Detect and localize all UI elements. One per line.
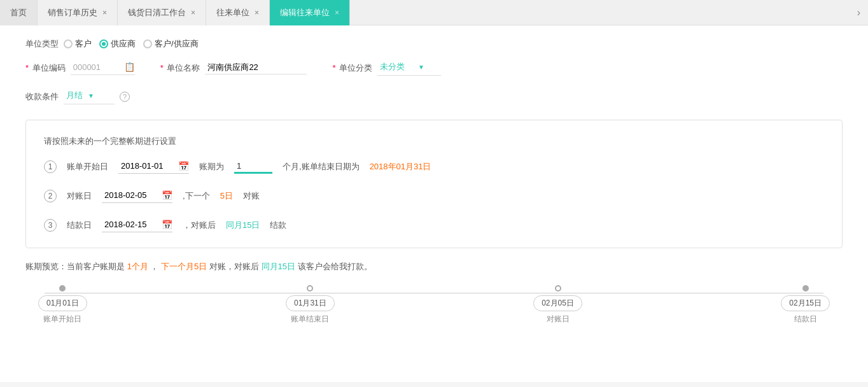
tl-dot-end xyxy=(802,285,809,292)
unit-info-row: * 单位编码 📋 * 单位名称 * 单位分类 未分类 ▼ xyxy=(25,60,843,76)
radio-circle-customer xyxy=(64,39,73,48)
period-row-2: 2 对账日 📅 ,下一个 5日 对账 xyxy=(44,189,824,203)
unit-code-label: * 单位编码 xyxy=(25,62,66,74)
period-date-3-input[interactable] xyxy=(102,218,159,230)
tab-edit-partner[interactable]: 编辑往来单位 × xyxy=(270,0,350,25)
period-label-1: 账单开始日 xyxy=(67,161,108,172)
payment-condition-select[interactable]: 月结 ▼ xyxy=(64,88,115,104)
tabs-bar: 首页 销售订单历史 × 钱货日清工作台 × 往来单位 × 编辑往来单位 × › xyxy=(0,0,868,25)
period-num-3: 3 xyxy=(44,219,57,232)
tl-desc-1: 账单开始日 xyxy=(43,314,81,325)
unit-type-field: 单位类型 客户 供应商 客户/供应商 xyxy=(25,38,199,50)
tab-home[interactable]: 首页 xyxy=(0,0,38,25)
tab-sales-history[interactable]: 销售订单历史 × xyxy=(38,0,118,25)
calendar-icon-2[interactable]: 📅 xyxy=(162,190,172,201)
payment-help-icon[interactable]: ? xyxy=(120,92,130,102)
period-row-1: 1 账单开始日 📅 账期为 个月,账单结束日期为 2018年01月31日 xyxy=(44,160,824,174)
tl-desc-3: 对账日 xyxy=(547,314,570,325)
period-date-1-wrapper: 📅 xyxy=(118,160,189,174)
required-star-code: * xyxy=(25,63,29,73)
preview-p2: 下一个月5日 xyxy=(161,262,207,271)
preview-text: 账期预览：当前客户账期是 1个月 ， 下一个月5日 对账，对账后 同月15日 该… xyxy=(25,261,843,272)
radio-circle-both xyxy=(143,39,152,48)
tab-partner-units[interactable]: 往来单位 × xyxy=(206,0,270,25)
tl-label-2: 01月31日 xyxy=(286,295,335,311)
tl-label-1: 01月01日 xyxy=(38,295,87,311)
unit-category-field: * 单位分类 未分类 ▼ xyxy=(332,60,441,76)
period-label-2: 对账日 xyxy=(67,190,92,202)
unit-name-field: * 单位名称 xyxy=(160,62,307,74)
radio-label-customer: 客户 xyxy=(75,38,92,50)
required-star-category: * xyxy=(332,63,335,73)
period-date-2-wrapper: 📅 xyxy=(102,189,172,203)
close-tab-partner-units[interactable]: × xyxy=(255,8,259,17)
period-date-3-wrapper: 📅 xyxy=(102,218,172,232)
tl-dot-start xyxy=(59,285,66,292)
preview-p3: 同月15日 xyxy=(262,262,295,271)
period-num-1: 1 xyxy=(44,160,57,173)
unit-category-label: * 单位分类 xyxy=(332,62,372,74)
unit-code-input-wrapper: 📋 xyxy=(71,61,135,75)
page-content: 单位类型 客户 供应商 客户/供应商 * 单位编码 xyxy=(0,25,868,382)
period-num-2: 2 xyxy=(44,190,57,202)
tl-label-3: 02月05日 xyxy=(533,295,582,311)
tl-desc-2: 账单结束日 xyxy=(291,314,329,325)
preview-p1: 1个月 xyxy=(127,262,148,271)
unit-name-label: * 单位名称 xyxy=(160,62,200,74)
timeline-point-3: 02月05日 对账日 xyxy=(533,285,582,325)
period-label-3: 结款日 xyxy=(67,220,92,231)
close-tab-sales-history[interactable]: × xyxy=(102,8,107,17)
unit-category-value: 未分类 xyxy=(377,60,416,74)
payment-condition-value: 月结 xyxy=(64,88,85,102)
calendar-icon-3[interactable]: 📅 xyxy=(162,220,172,230)
tl-dot-3 xyxy=(555,285,561,292)
period-3-highlight: 同月15日 xyxy=(226,220,260,231)
period-months-input[interactable] xyxy=(234,160,272,173)
radio-label-both: 客户/供应商 xyxy=(155,38,199,50)
payment-condition-label: 收款条件 xyxy=(25,91,59,102)
period-3-suffix-after: 结款 xyxy=(270,220,286,231)
period-end-date: 2018年01月31日 xyxy=(370,161,431,172)
timeline: 01月01日 账单开始日 01月31日 账单结束日 02月05日 对账日 02月… xyxy=(38,285,830,325)
radio-customer[interactable]: 客户 xyxy=(64,38,92,50)
period-date-2-input[interactable] xyxy=(102,189,159,201)
unit-name-input[interactable] xyxy=(205,62,307,74)
period-row-3: 3 结款日 📅 ，对账后 同月15日 结款 xyxy=(44,218,824,232)
payment-condition-field: 收款条件 月结 ▼ ? xyxy=(25,88,130,104)
radio-both[interactable]: 客户/供应商 xyxy=(143,38,199,50)
period-2-suffix-before: ,下一个 xyxy=(183,190,210,202)
close-tab-edit-partner[interactable]: × xyxy=(335,8,339,17)
close-tab-cash-work[interactable]: × xyxy=(191,8,195,17)
unit-code-field: * 单位编码 📋 xyxy=(25,61,135,75)
period-months-wrapper xyxy=(234,160,272,174)
tab-more-button[interactable]: › xyxy=(850,7,868,18)
unit-type-label: 单位类型 xyxy=(25,38,59,50)
required-star-name: * xyxy=(160,63,164,73)
unit-code-input[interactable] xyxy=(71,61,122,73)
period-2-suffix-after: 对账 xyxy=(243,190,260,202)
period-settings-section: 请按照未来的一个完整帐期进行设置 1 账单开始日 📅 账期为 个月,账单结束日期… xyxy=(25,120,843,248)
unit-type-radio-group: 客户 供应商 客户/供应商 xyxy=(64,38,199,50)
payment-condition-arrow-icon: ▼ xyxy=(88,92,94,99)
period-period-label: 账期为 xyxy=(199,161,224,172)
radio-label-supplier: 供应商 xyxy=(111,38,136,50)
radio-supplier[interactable]: 供应商 xyxy=(99,38,136,50)
unit-category-arrow-icon: ▼ xyxy=(418,64,424,71)
timeline-point-start: 01月01日 账单开始日 xyxy=(38,285,87,325)
unit-code-icon[interactable]: 📋 xyxy=(124,62,135,72)
period-2-highlight: 5日 xyxy=(220,190,233,202)
calendar-icon-1[interactable]: 📅 xyxy=(178,161,189,171)
unit-category-select[interactable]: 未分类 ▼ xyxy=(377,60,441,76)
section-title: 请按照未来的一个完整帐期进行设置 xyxy=(44,136,824,147)
tl-label-4: 02月15日 xyxy=(781,295,830,311)
unit-type-row: 单位类型 客户 供应商 客户/供应商 xyxy=(25,38,843,50)
timeline-point-2: 01月31日 账单结束日 xyxy=(286,285,335,325)
period-unit-text: 个月,账单结束日期为 xyxy=(283,161,360,172)
period-date-1-input[interactable] xyxy=(118,160,176,172)
tab-cash-work[interactable]: 钱货日清工作台 × xyxy=(118,0,206,25)
tl-desc-4: 结款日 xyxy=(794,314,817,325)
timeline-point-end: 02月15日 结款日 xyxy=(781,285,830,325)
tl-dot-2 xyxy=(307,285,313,292)
period-3-suffix-before: ，对账后 xyxy=(183,220,216,231)
radio-circle-supplier xyxy=(99,39,108,48)
